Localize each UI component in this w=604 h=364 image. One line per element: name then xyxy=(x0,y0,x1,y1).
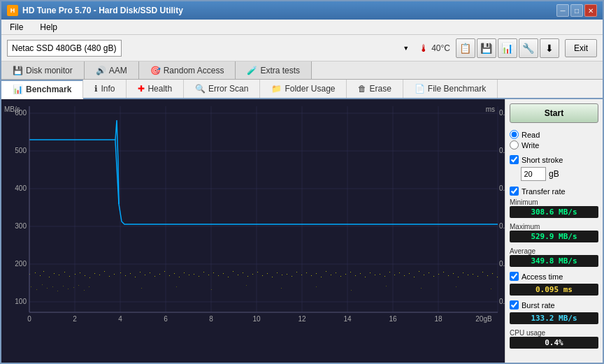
svg-rect-116 xyxy=(389,272,390,272)
close-button[interactable]: ✕ xyxy=(584,4,597,17)
svg-text:8: 8 xyxy=(209,315,213,323)
svg-rect-62 xyxy=(125,275,126,276)
nav-tab-disk-monitor[interactable]: 💾 Disk monitor xyxy=(1,61,85,79)
minimize-button[interactable]: ─ xyxy=(556,4,569,17)
svg-rect-136 xyxy=(487,275,488,276)
svg-rect-64 xyxy=(135,277,136,277)
svg-rect-112 xyxy=(370,272,371,273)
sub-tab-file-benchmark[interactable]: 📄 File Benchmark xyxy=(403,80,498,98)
svg-rect-147 xyxy=(73,287,74,288)
exit-button[interactable]: Exit xyxy=(565,39,597,57)
svg-rect-117 xyxy=(394,275,395,275)
sub-tab-benchmark[interactable]: 📊 Benchmark xyxy=(1,80,83,99)
svg-rect-76 xyxy=(194,274,194,275)
sub-tab-erase[interactable]: 🗑 Erase xyxy=(347,80,403,98)
svg-rect-113 xyxy=(375,275,375,275)
title-bar: H HD Tune Pro 5.70 - Hard Disk/SSD Utili… xyxy=(1,1,603,20)
cpu-usage-value: 0.4% xyxy=(510,337,598,349)
svg-rect-127 xyxy=(443,272,444,272)
menu-file[interactable]: File xyxy=(7,22,26,33)
svg-rect-85 xyxy=(238,275,238,275)
toolbar-btn-1[interactable]: 📋 xyxy=(456,38,475,58)
svg-rect-82 xyxy=(223,273,224,274)
toolbar-btn-2[interactable]: 💾 xyxy=(477,38,496,58)
svg-rect-131 xyxy=(463,272,463,273)
svg-rect-109 xyxy=(355,275,356,276)
svg-rect-103 xyxy=(326,271,326,272)
sub-tab-info[interactable]: ℹ Info xyxy=(83,80,127,98)
svg-rect-56 xyxy=(94,273,95,274)
svg-rect-79 xyxy=(208,275,209,275)
disk-monitor-label: Disk monitor xyxy=(26,66,73,75)
svg-rect-125 xyxy=(433,276,434,277)
svg-rect-44 xyxy=(35,272,36,273)
svg-rect-153 xyxy=(211,289,212,290)
svg-text:400: 400 xyxy=(15,184,27,192)
svg-rect-92 xyxy=(272,277,273,277)
svg-rect-128 xyxy=(448,275,449,276)
burst-rate-checkbox-label[interactable]: Burst rate xyxy=(510,300,598,310)
toolbar-btn-3[interactable]: 📊 xyxy=(498,38,517,58)
svg-text:0.10: 0.10 xyxy=(499,298,505,305)
short-stroke-checkbox[interactable] xyxy=(510,155,519,164)
sub-tab-folder-usage[interactable]: 📁 Folder Usage xyxy=(260,80,347,98)
svg-rect-148 xyxy=(78,285,79,286)
maximize-button[interactable]: □ xyxy=(570,4,583,17)
svg-rect-157 xyxy=(351,290,352,291)
svg-rect-55 xyxy=(89,277,90,278)
svg-rect-105 xyxy=(336,272,336,273)
write-radio[interactable] xyxy=(510,140,519,150)
nav-tabs: 💾 Disk monitor 🔊 AAM 🎯 Random Access 🧪 E… xyxy=(1,61,603,80)
sub-tab-health[interactable]: ✚ Health xyxy=(127,80,184,98)
svg-rect-98 xyxy=(301,275,302,275)
transfer-rate-checkbox[interactable] xyxy=(510,187,519,196)
nav-tab-extra-tests[interactable]: 🧪 Extra tests xyxy=(236,61,312,79)
svg-rect-52 xyxy=(75,274,76,275)
svg-rect-138 xyxy=(497,277,498,277)
svg-text:12: 12 xyxy=(298,315,306,323)
svg-rect-96 xyxy=(292,276,292,277)
svg-rect-132 xyxy=(468,275,468,275)
toolbar-icons: 📋 💾 📊 🔧 ⬇ xyxy=(456,38,559,58)
main-window: H HD Tune Pro 5.70 - Hard Disk/SSD Utili… xyxy=(0,0,604,364)
benchmark-icon: 📊 xyxy=(13,85,23,94)
menu-help[interactable]: Help xyxy=(37,22,60,33)
cpu-usage-stat: CPU usage 0.4% xyxy=(510,329,598,349)
sub-tab-error-scan[interactable]: 🔍 Error Scan xyxy=(184,80,260,98)
read-radio-label[interactable]: Read xyxy=(510,130,598,139)
nav-tab-random-access[interactable]: 🎯 Random Access xyxy=(139,61,236,79)
transfer-rate-checkbox-label[interactable]: Transfer rate xyxy=(510,187,598,196)
svg-rect-86 xyxy=(243,272,243,273)
minimum-label: Minimum xyxy=(510,198,598,206)
svg-rect-108 xyxy=(350,272,351,272)
svg-rect-50 xyxy=(64,272,65,272)
svg-rect-145 xyxy=(63,286,64,286)
benchmark-label: Benchmark xyxy=(26,85,71,94)
toolbar-btn-4[interactable]: 🔧 xyxy=(519,38,538,58)
svg-rect-75 xyxy=(189,275,189,275)
access-time-checkbox-label[interactable]: Access time xyxy=(510,272,598,281)
sub-tabs: 📊 Benchmark ℹ Info ✚ Health 🔍 Error Scan… xyxy=(1,80,603,99)
toolbar-btn-5[interactable]: ⬇ xyxy=(540,38,559,58)
drive-select[interactable]: Netac SSD 480GB (480 gB) xyxy=(7,40,122,57)
cpu-usage-label: CPU usage xyxy=(510,329,598,337)
svg-text:100: 100 xyxy=(15,298,27,305)
svg-rect-58 xyxy=(104,271,105,272)
health-icon: ✚ xyxy=(138,84,145,94)
health-label: Health xyxy=(148,84,172,94)
maximum-value: 529.9 MB/s xyxy=(510,231,598,242)
svg-rect-149 xyxy=(84,290,85,291)
svg-text:4: 4 xyxy=(118,315,122,323)
svg-text:ms: ms xyxy=(486,105,495,113)
short-stroke-value-input[interactable] xyxy=(521,167,546,181)
nav-tab-aam[interactable]: 🔊 AAM xyxy=(85,61,139,79)
read-radio[interactable] xyxy=(510,130,519,139)
erase-label: Erase xyxy=(369,84,391,94)
burst-rate-checkbox[interactable] xyxy=(510,300,519,310)
short-stroke-checkbox-label[interactable]: Short stroke xyxy=(510,155,598,164)
svg-rect-142 xyxy=(47,288,48,289)
access-time-checkbox[interactable] xyxy=(510,272,519,281)
start-button[interactable]: Start xyxy=(510,103,598,123)
svg-rect-57 xyxy=(99,275,100,275)
write-radio-label[interactable]: Write xyxy=(510,140,598,150)
